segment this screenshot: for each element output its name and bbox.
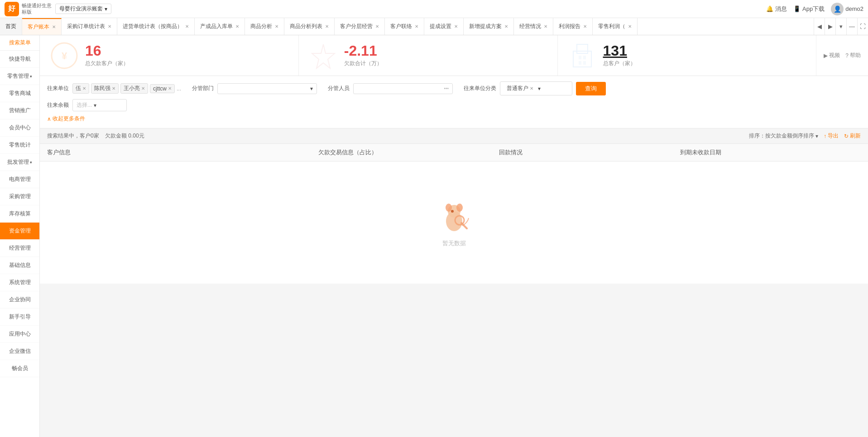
remove-tag-wu[interactable]: ✕ (82, 86, 86, 91)
stat-debt-customers-label: 总欠款客户（家） (85, 60, 129, 67)
tab-home[interactable]: 首页 (0, 18, 22, 35)
app-download-btn[interactable]: 📱 App下载 (793, 5, 825, 13)
tab-customer-contact[interactable]: 客户联络 ✕ (385, 18, 424, 35)
tab-customer-book[interactable]: 客户账本 ✕ (22, 18, 62, 35)
balance-label: 往来余额 (47, 101, 69, 109)
table-area: 客户信息 欠款交易信息（占比） 回款情况 到期未收款日期 (40, 144, 868, 284)
chevron-down-icon: ▾ (94, 102, 96, 109)
query-button[interactable]: 查询 (576, 82, 606, 95)
svg-point-12 (456, 204, 463, 212)
main-layout: 搜索菜单 快捷导航 零售管理 ▾ 零售商城 营销推广 会员中心 零售统计 批发管… (0, 35, 868, 437)
sort-button[interactable]: 排序：按欠款金额倒序排序 ▾ (749, 132, 818, 140)
sidebar-item-ops-mgmt[interactable]: 经营管理 (0, 240, 39, 257)
play-icon: ▶ (824, 52, 828, 59)
tab-next-arrow[interactable]: ▶ (825, 18, 835, 35)
question-icon: ? (845, 52, 849, 59)
sidebar-item-member-center[interactable]: 会员中心 (0, 119, 39, 137)
category-select[interactable]: 普通客户 ✕ ▾ (500, 81, 572, 95)
sidebar-item-finance[interactable]: 资金管理 (0, 223, 39, 240)
logo-text: 畅捷通好生意 标版 (22, 3, 52, 14)
sidebar-item-purchase-mgmt[interactable]: 采购管理 (0, 188, 39, 205)
export-button[interactable]: ↑ 导出 (824, 132, 839, 140)
close-icon[interactable]: ✕ (504, 24, 508, 29)
remove-tag-chen[interactable]: ✕ (112, 86, 115, 91)
close-icon[interactable]: ✕ (375, 24, 379, 29)
unit-tag-wu: 伍 ✕ (72, 83, 89, 94)
sidebar-item-marketing[interactable]: 营销推广 (0, 102, 39, 119)
close-icon[interactable]: ✕ (108, 24, 111, 29)
minimize-icon[interactable]: — (846, 18, 857, 35)
tab-purchase-stats[interactable]: 进货单统计表（按商品） ✕ (117, 18, 195, 35)
person-select[interactable]: ••• (353, 83, 453, 94)
close-icon[interactable]: ✕ (52, 24, 56, 29)
sidebar-item-basic-info[interactable]: 基础信息 (0, 257, 39, 274)
stat-debt-customers-info: 16 总欠款客户（家） (85, 43, 129, 67)
sidebar-item-ecommerce[interactable]: 电商管理 (0, 171, 39, 188)
building-icon (569, 42, 596, 69)
sidebar-item-new-guide[interactable]: 新手引导 (0, 309, 39, 326)
unit-more[interactable]: ... (177, 86, 181, 92)
category-label: 往来单位分类 (464, 85, 496, 92)
tab-profit-report[interactable]: 利润报告 ✕ (553, 18, 593, 35)
tab-operations[interactable]: 经营情况 ✕ (514, 18, 553, 35)
close-icon[interactable]: ✕ (628, 24, 632, 29)
tab-menu-arrow[interactable]: ▾ (835, 18, 846, 35)
tab-controls: ◀ ▶ ▾ — ⛶ (814, 18, 868, 35)
sidebar-item-enterprise[interactable]: 企业协同 (0, 291, 39, 309)
close-icon[interactable]: ✕ (415, 24, 418, 29)
collapse-btn[interactable]: ∧ 收起更多条件 (47, 115, 861, 123)
sidebar-item-batch-mgmt[interactable]: 批发管理 ▾ (0, 154, 39, 171)
svg-rect-4 (577, 44, 588, 53)
results-summary: 搜索结果中，客户0家 欠款金额 0.00元 (47, 132, 144, 140)
sidebar-item-enterprise-wechat[interactable]: 企业微信 (0, 343, 39, 360)
tab-purchase-order[interactable]: 采购订单统计表 ✕ (62, 18, 117, 35)
close-icon[interactable]: ✕ (544, 24, 547, 29)
sidebar-item-retail-mall[interactable]: 零售商城 (0, 85, 39, 102)
tab-customer-tier[interactable]: 客户分层经营 ✕ (335, 18, 385, 35)
empty-text: 暂无数据 (442, 239, 466, 247)
topbar-right: 🔔 消息 📱 App下载 👤 demo2 (766, 3, 863, 15)
remove-tag-cjttcw[interactable]: ✕ (168, 86, 172, 91)
tab-retail-profit[interactable]: 零售利润（ ✕ (593, 18, 638, 35)
chevron-down-icon: ▾ (310, 86, 313, 92)
svg-rect-5 (579, 56, 581, 59)
dept-select[interactable]: ▾ (217, 83, 317, 94)
sidebar-item-app-center[interactable]: 应用中心 (0, 326, 39, 343)
help-btn[interactable]: ? 帮助 (845, 52, 861, 59)
tab-product-analysis-list[interactable]: 商品分析列表 ✕ (284, 18, 335, 35)
refresh-button[interactable]: ↻ 刷新 (844, 132, 861, 140)
tab-reminder-settings[interactable]: 提成设置 ✕ (424, 18, 464, 35)
close-icon[interactable]: ✕ (325, 24, 329, 29)
sidebar-item-search[interactable]: 搜索菜单 (0, 35, 39, 51)
sidebar-item-system-mgmt[interactable]: 系统管理 (0, 274, 39, 291)
close-icon[interactable]: ✕ (583, 24, 587, 29)
close-icon[interactable]: ✕ (235, 24, 239, 29)
messages-btn[interactable]: 🔔 消息 (766, 5, 787, 13)
unit-tag-chen: 陈民强 ✕ (91, 83, 119, 94)
download-icon: 📱 (793, 5, 801, 12)
tab-produce-inbound[interactable]: 产成品入库单 ✕ (195, 18, 245, 35)
sidebar-item-retail-mgmt[interactable]: 零售管理 ▾ (0, 68, 39, 85)
close-icon[interactable]: ✕ (275, 24, 278, 29)
remove-tag-wang[interactable]: ✕ (141, 86, 145, 91)
tab-product-analysis[interactable]: 商品分析 ✕ (245, 18, 284, 35)
account-dropdown[interactable]: 母婴行业演示账套 ▾ (55, 4, 111, 14)
refresh-icon: ↻ (844, 133, 849, 139)
maximize-icon[interactable]: ⛶ (857, 18, 868, 35)
user-menu[interactable]: 👤 demo2 (831, 3, 863, 15)
close-icon[interactable]: ✕ (454, 24, 458, 29)
more-icon: ••• (444, 86, 449, 91)
stat-debt-amount-info: -2.11 欠款合计（万） (344, 43, 382, 67)
remove-category-tag[interactable]: ✕ (530, 86, 533, 91)
stats-bar: ¥ 16 总欠款客户（家） -2.11 欠款合计（万） (40, 35, 868, 76)
sidebar-item-inventory[interactable]: 库存核算 (0, 205, 39, 223)
sidebar-item-retail-stats[interactable]: 零售统计 (0, 137, 39, 154)
close-icon[interactable]: ✕ (185, 24, 189, 29)
sidebar-item-quick-nav[interactable]: 快捷导航 (0, 51, 39, 68)
balance-select[interactable]: 选择... ▾ (72, 99, 127, 111)
stat-debt-amount-value: -2.11 (344, 43, 382, 58)
tab-prev-arrow[interactable]: ◀ (814, 18, 825, 35)
sidebar-item-vip[interactable]: 畅会员 (0, 360, 39, 377)
tab-new-plan[interactable]: 新增提成方案 ✕ (464, 18, 514, 35)
video-btn[interactable]: ▶ 视频 (824, 52, 840, 59)
